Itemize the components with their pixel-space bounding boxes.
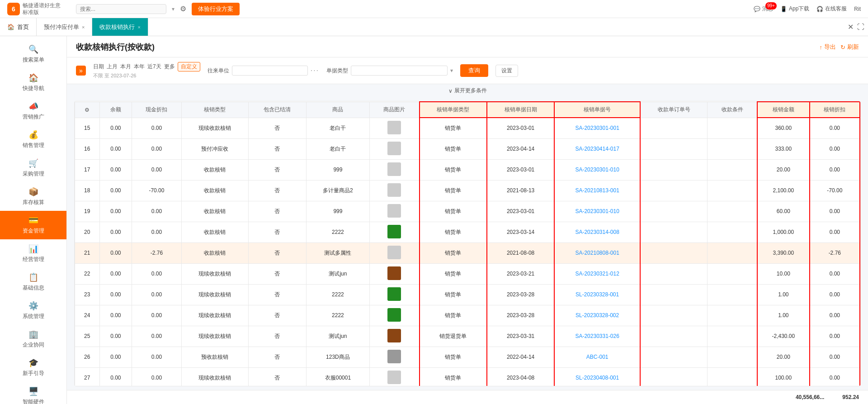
type-select[interactable]: [351, 66, 448, 76]
td-bill-no[interactable]: SA-20230301-010: [554, 159, 640, 180]
td-write-off-amount: 3,390.00: [757, 242, 810, 263]
finance-icon: 💳: [28, 215, 38, 225]
td-bill-no[interactable]: SA-20230301-001: [554, 118, 640, 138]
th-settings[interactable]: ⚙: [75, 102, 100, 118]
td-receipt-order-no: [640, 222, 708, 242]
sidebar-item-quicknav[interactable]: 🏠 快捷导航: [0, 68, 66, 97]
td-balance: 0.00: [99, 263, 132, 284]
td-bill-no[interactable]: ABC-001: [554, 347, 640, 367]
th-receipt-order-no: 收款单订单号: [640, 102, 708, 118]
td-no: 17: [75, 159, 100, 180]
td-receipt-cond: [708, 222, 757, 242]
td-write-off-amount: 1.00: [757, 284, 810, 305]
th-bill-date: 核销单据日期: [487, 102, 554, 118]
online-service-button[interactable]: 🎧 在线客服: [816, 5, 847, 13]
refresh-button[interactable]: ↻ 刷新: [840, 43, 859, 51]
td-bill-no[interactable]: SA-20230314-008: [554, 222, 640, 242]
td-write-off-discount: 0.00: [810, 159, 860, 180]
sidebar-item-sales[interactable]: 💰 销售管理: [0, 125, 66, 154]
td-bill-date: 2023-04-08: [487, 367, 554, 386]
td-bill-date: 2023-04-14: [487, 138, 554, 159]
td-write-off-amount: 60.00: [757, 201, 810, 222]
td-balance: 0.00: [99, 138, 132, 159]
date-option-7days[interactable]: 近7天: [147, 63, 161, 71]
sidebar-item-marketing[interactable]: 📣 营销推广: [0, 97, 66, 125]
sidebar-item-system[interactable]: ⚙️ 系统管理: [0, 296, 66, 325]
table-row: 23 0.00 0.00 现续收款核销 否 2222 销货单 2023-03-2…: [75, 284, 860, 305]
date-label: 日期: [93, 63, 104, 71]
sidebar-item-search[interactable]: 🔍 搜索菜单: [0, 40, 66, 68]
sidebar-item-finance[interactable]: 💳 资金管理: [0, 211, 66, 239]
table-row: 19 0.00 0.00 收款核销 否 999 销货单 2023-03-01 S…: [75, 201, 860, 222]
message-button[interactable]: 💬 消息 99+: [754, 5, 773, 13]
top-search-input[interactable]: [76, 4, 166, 14]
td-balance: 0.00: [99, 201, 132, 222]
td-bill-date: 2022-04-14: [487, 347, 554, 367]
td-bill-type: 销货单: [420, 284, 487, 305]
td-write-off-amount: 2,100.00: [757, 180, 810, 201]
industry-solution-button[interactable]: 体验行业方案: [192, 3, 240, 15]
sidebar-item-corp[interactable]: 🏢 企业协同: [0, 325, 66, 353]
td-write-off-amount: 360.00: [757, 118, 810, 138]
td-goods: 测试jun: [307, 326, 369, 347]
search-icon: 🔍: [28, 44, 38, 54]
td-bill-no[interactable]: SL-20230328-002: [554, 305, 640, 326]
td-bill-no[interactable]: SA-20210813-001: [554, 180, 640, 201]
filter-expand-button[interactable]: »: [76, 66, 86, 76]
td-goods-image: [369, 305, 419, 326]
table-container[interactable]: ⚙ 余额 现金折扣 核销类型 包含已结清 商品 商品图片 核销单据类型 核销单据…: [74, 101, 861, 386]
query-button[interactable]: 查询: [460, 64, 488, 77]
tab-prepay[interactable]: 预付冲应付单 ×: [37, 18, 92, 36]
date-option-this-month[interactable]: 本月: [120, 63, 131, 71]
td-bill-type: 销货单: [420, 263, 487, 284]
export-button[interactable]: ↑ 导出: [820, 43, 836, 51]
sidebar-item-operation[interactable]: 📊 经营管理: [0, 239, 66, 268]
chevron-down-icon-expand: ∨: [448, 88, 453, 94]
sidebar-item-purchase[interactable]: 🛒 采购管理: [0, 154, 66, 182]
td-write-off-discount: 0.00: [810, 118, 860, 138]
corp-icon: 🏢: [28, 329, 38, 339]
td-bill-no[interactable]: SA-20230321-012: [554, 263, 640, 284]
close-collection-icon[interactable]: ×: [137, 24, 140, 30]
sidebar-item-basic[interactable]: 📋 基础信息: [0, 268, 66, 296]
th-balance: 余额: [99, 102, 132, 118]
td-goods-image: [369, 347, 419, 367]
date-custom-button[interactable]: 自定义: [178, 62, 200, 71]
tab-collection[interactable]: 收款核销执行 ×: [92, 18, 148, 36]
sidebar-item-newbie[interactable]: 🎓 新手引导: [0, 353, 66, 382]
sidebar-item-inventory[interactable]: 📦 库存核算: [0, 182, 66, 211]
td-bill-no[interactable]: SA-20230301-010: [554, 201, 640, 222]
settings-icon[interactable]: ⚙: [180, 5, 186, 13]
close-window-icon[interactable]: ✕: [848, 23, 854, 31]
date-option-more[interactable]: 更多: [164, 63, 175, 71]
td-bill-no[interactable]: SA-20230414-017: [554, 138, 640, 159]
unit-input[interactable]: [232, 66, 308, 76]
date-option-this-year[interactable]: 本年: [134, 63, 145, 71]
sidebar-item-hardware[interactable]: 🖥️ 智能硬件: [0, 382, 66, 404]
td-cash-discount: 0.00: [132, 138, 182, 159]
td-include-settled: 否: [248, 180, 307, 201]
td-bill-no[interactable]: SL-20230408-001: [554, 367, 640, 386]
td-receipt-cond: [708, 201, 757, 222]
td-goods: 2222: [307, 284, 369, 305]
filter-bar: » 日期 上月 本月 本年 近7天 更多 自定义 不限 至 2023-07-26…: [67, 57, 868, 84]
td-include-settled: 否: [248, 159, 307, 180]
expand-more-button[interactable]: ∨ 展开更多条件: [448, 87, 487, 95]
table-settings-button[interactable]: 设置: [495, 65, 518, 77]
td-no: 16: [75, 138, 100, 159]
table-row: 18 0.00 -70.00 收款核销 否 多计量商品2 销货单 2021-08…: [75, 180, 860, 201]
expand-window-icon[interactable]: ⛶: [857, 23, 864, 31]
date-option-last-month[interactable]: 上月: [107, 63, 118, 71]
td-receipt-cond: [708, 180, 757, 201]
td-bill-no[interactable]: SA-20210808-001: [554, 242, 640, 263]
td-receipt-cond: [708, 305, 757, 326]
tab-home[interactable]: 🏠 首页: [0, 18, 37, 36]
app-download-button[interactable]: 📱 App下载: [780, 5, 809, 13]
td-bill-date: 2023-03-01: [487, 159, 554, 180]
table-row: 15 0.00 0.00 现续收款核销 否 老白干 销货单 2023-03-01…: [75, 118, 860, 138]
td-bill-no[interactable]: SL-20230328-001: [554, 284, 640, 305]
td-write-off-type: 现续收款核销: [181, 305, 248, 326]
td-bill-no[interactable]: SA-20230331-026: [554, 326, 640, 347]
td-goods: 测试多属性: [307, 242, 369, 263]
close-prepay-icon[interactable]: ×: [82, 24, 85, 30]
